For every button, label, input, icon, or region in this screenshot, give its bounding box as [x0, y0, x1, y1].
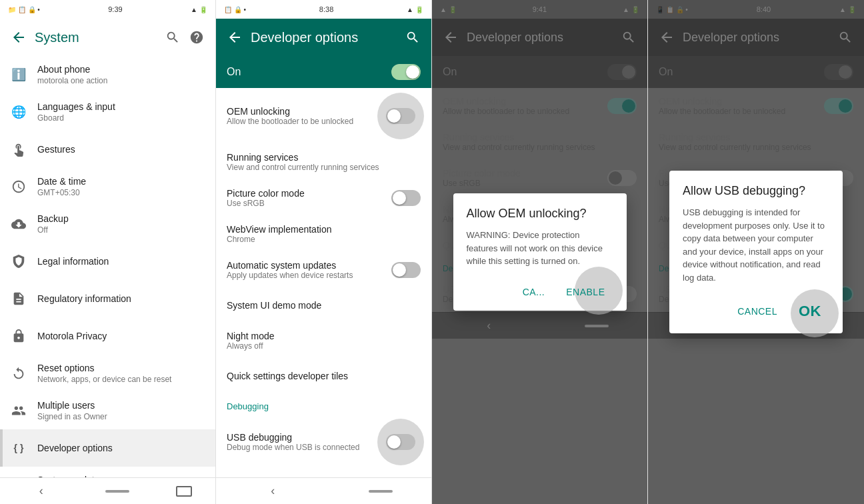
- usb-dialog-title: Allow USB debugging?: [683, 184, 829, 198]
- dev-item-usb-debug[interactable]: USB debugging Debug mode when USB is con…: [216, 414, 431, 470]
- sidebar-item-gestures[interactable]: Gestures: [0, 131, 215, 168]
- auto-updates-toggle[interactable]: [391, 262, 421, 278]
- datetime-title: Date & time: [37, 176, 205, 187]
- sidebar-item-languages[interactable]: 🌐 Languages & input Gboard: [0, 93, 215, 131]
- dev-item-quick-tiles[interactable]: Quick settings developer tiles: [216, 359, 431, 393]
- home-nav-pill[interactable]: [105, 490, 129, 493]
- auto-updates-title: Automatic system updates: [227, 260, 386, 271]
- backup-icon: [11, 216, 27, 232]
- backup-text: Backup Off: [37, 213, 205, 235]
- back-icon[interactable]: [11, 29, 27, 45]
- notification-icons: 📁 📋 🔒 •: [8, 6, 40, 13]
- developer-options-list: OEM unlocking Allow the bootloader to be…: [216, 88, 431, 477]
- languages-text: Languages & input Gboard: [37, 101, 205, 123]
- about-title: About phone: [37, 64, 205, 75]
- usb-dialog-actions: Cancel OK: [683, 295, 829, 328]
- dev-item-revoke-usb[interactable]: Revoke USB debugging authorizations: [216, 470, 431, 477]
- bottom-nav-panel2: ‹: [216, 477, 431, 504]
- dev-item-demo-mode[interactable]: System UI demo mode: [216, 288, 431, 323]
- oem-dialog-title: Allow OEM unlocking?: [467, 207, 613, 221]
- sidebar-item-motorola-privacy[interactable]: Motorola Privacy: [0, 317, 215, 355]
- back-nav-btn[interactable]: ‹: [23, 479, 59, 503]
- usb-toggle-container: [381, 422, 421, 462]
- usb-dialog-body: USB debugging is intended for developmen…: [683, 206, 829, 284]
- usb-cancel-button[interactable]: Cancel: [729, 297, 785, 325]
- datetime-subtitle: GMT+05:30: [37, 188, 205, 197]
- sidebar-item-legal[interactable]: Legal information: [0, 243, 215, 280]
- recents-nav-btn[interactable]: [176, 486, 192, 497]
- status-right-icons: ▲ 🔋: [191, 6, 207, 13]
- usb-debug-toggle[interactable]: [386, 434, 415, 450]
- debugging-section-label: Debugging: [216, 393, 431, 414]
- oem-subtitle: Allow the bootloader to be unlocked: [227, 117, 375, 126]
- sidebar-item-about[interactable]: ℹ️ About phone motorola one action: [0, 56, 215, 93]
- webview-subtitle: Chrome: [227, 235, 421, 244]
- picture-color-toggle[interactable]: [391, 190, 421, 206]
- help-icon[interactable]: [189, 29, 205, 45]
- panel-developer: 📋 🔒 • 8:38 ▲ 🔋 Developer options On OEM …: [216, 0, 432, 504]
- search-icon-p2[interactable]: [405, 29, 421, 45]
- languages-title: Languages & input: [37, 101, 205, 112]
- home-nav-p2[interactable]: [369, 490, 393, 493]
- toolbar-title: System: [35, 30, 157, 45]
- back-icon-p2[interactable]: [227, 29, 243, 45]
- panel-oem-dialog: ▲ 🔋 9:41 ▲ 🔋 Developer options On: [432, 0, 648, 504]
- dev-item-oem[interactable]: OEM unlocking Allow the bootloader to be…: [216, 88, 431, 144]
- sidebar-item-multiple-users[interactable]: Multiple users Signed in as Owner: [0, 392, 215, 429]
- about-subtitle: motorola one action: [37, 76, 205, 85]
- sidebar-item-datetime[interactable]: Date & time GMT+05:30: [0, 168, 215, 205]
- search-icon[interactable]: [165, 29, 181, 45]
- sidebar-item-reset[interactable]: Reset options Network, apps, or device c…: [0, 355, 215, 392]
- usb-debug-title: USB debugging: [227, 432, 375, 443]
- status-bar-panel2: 📋 🔒 • 8:38 ▲ 🔋: [216, 0, 431, 19]
- about-icon: ℹ️: [11, 67, 27, 83]
- oem-cancel-button[interactable]: Ca...: [515, 281, 553, 303]
- auto-updates-subtitle: Apply updates when device restarts: [227, 271, 386, 280]
- usb-dialog: Allow USB debugging? USB debugging is in…: [669, 171, 843, 333]
- languages-subtitle: Gboard: [37, 113, 205, 123]
- master-toggle-p2[interactable]: [391, 64, 421, 80]
- oem-dialog-body: WARNING: Device protection features will…: [467, 229, 613, 268]
- backup-subtitle: Off: [37, 225, 205, 235]
- status-bar-panel1: 📁 📋 🔒 • 9:39 ▲ 🔋: [0, 0, 215, 19]
- legal-text: Legal information: [37, 256, 205, 267]
- datetime-text: Date & time GMT+05:30: [37, 176, 205, 197]
- wifi-icon: ▲: [191, 6, 197, 13]
- status-time-panel2: 8:38: [319, 5, 333, 13]
- on-off-row-p2: On: [216, 56, 431, 88]
- back-nav-p2[interactable]: ‹: [255, 479, 291, 503]
- oem-dialog-actions: Ca... Enable: [467, 279, 613, 305]
- gestures-title: Gestures: [37, 144, 205, 155]
- oem-toggle[interactable]: [386, 108, 415, 124]
- usb-dialog-overlay: Allow USB debugging? USB debugging is in…: [648, 0, 864, 504]
- night-mode-subtitle: Always off: [227, 341, 421, 351]
- oem-enable-button[interactable]: Enable: [558, 281, 613, 303]
- dev-item-webview[interactable]: WebView implementation Chrome: [216, 216, 431, 252]
- ok-btn-container: OK: [791, 297, 829, 325]
- sidebar-item-backup[interactable]: Backup Off: [0, 205, 215, 243]
- dev-item-running[interactable]: Running services View and control curren…: [216, 144, 431, 180]
- panel-system: 📁 📋 🔒 • 9:39 ▲ 🔋 System ℹ️ About phone m…: [0, 0, 216, 504]
- sidebar-item-developer[interactable]: { } Developer options: [0, 429, 215, 467]
- oem-toggle-container: [381, 96, 421, 136]
- regulatory-text: Regulatory information: [37, 293, 205, 304]
- legal-icon: [11, 253, 27, 269]
- settings-list: ℹ️ About phone motorola one action 🌐 Lan…: [0, 56, 215, 477]
- demo-mode-title: System UI demo mode: [227, 300, 421, 311]
- gestures-icon: [11, 141, 27, 157]
- gestures-text: Gestures: [37, 144, 205, 155]
- picture-color-title: Picture color mode: [227, 188, 386, 199]
- dev-item-night-mode[interactable]: Night mode Always off: [216, 323, 431, 359]
- quick-tiles-title: Quick settings developer tiles: [227, 371, 421, 381]
- sidebar-item-system-updates[interactable]: System updates Updated to Android 9: [0, 467, 215, 477]
- sidebar-item-regulatory[interactable]: Regulatory information: [0, 280, 215, 317]
- usb-circle-highlight: [377, 419, 424, 465]
- dev-item-auto-updates[interactable]: Automatic system updates Apply updates w…: [216, 252, 431, 288]
- usb-ok-button[interactable]: OK: [791, 297, 829, 325]
- regulatory-icon: [11, 291, 27, 307]
- multiple-users-subtitle: Signed in as Owner: [37, 412, 205, 421]
- panel-usb-dialog: 📱 📋 🔒 • 8:40 ▲ 🔋 Developer options On: [648, 0, 864, 504]
- toolbar-panel1: System: [0, 19, 215, 56]
- dev-item-picture-color[interactable]: Picture color mode Use sRGB: [216, 180, 431, 216]
- notification-icons-p2: 📋 🔒 •: [224, 6, 246, 13]
